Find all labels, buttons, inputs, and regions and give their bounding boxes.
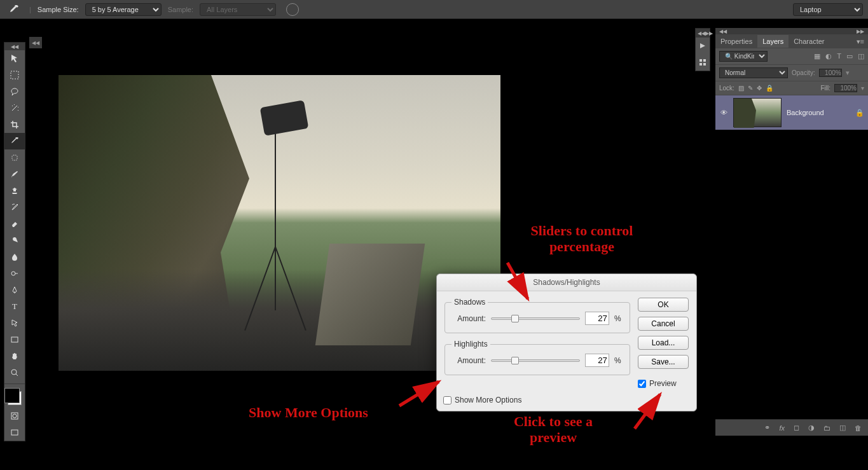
dialog-title: Shadows/Highlights bbox=[437, 274, 696, 291]
cancel-button[interactable]: Cancel bbox=[638, 317, 689, 331]
history-brush-tool[interactable] bbox=[4, 199, 25, 216]
quick-mask-icon[interactable] bbox=[4, 408, 25, 424]
options-bar: | Sample Size: 5 by 5 Average Sample: Al… bbox=[0, 0, 868, 19]
dodge-tool[interactable] bbox=[4, 265, 25, 282]
history-panel-icon[interactable] bbox=[696, 38, 710, 54]
workspace-select[interactable]: Laptop bbox=[793, 3, 863, 16]
svg-rect-9 bbox=[703, 59, 706, 62]
eraser-tool[interactable] bbox=[4, 216, 25, 232]
lock-trans-icon[interactable]: ▨ bbox=[738, 85, 744, 92]
svg-point-6 bbox=[13, 414, 17, 418]
annotation-sliders: Sliders to control percentage bbox=[509, 223, 655, 255]
pct-label: % bbox=[614, 314, 623, 323]
arrow-to-preview bbox=[630, 389, 668, 435]
fill-stepper-icon[interactable]: ▾ bbox=[861, 85, 864, 92]
opacity-input[interactable] bbox=[819, 69, 842, 77]
link-layers-icon[interactable]: ⚭ bbox=[764, 424, 770, 432]
filter-shape-icon[interactable]: ▭ bbox=[846, 52, 853, 60]
rectangle-tool[interactable] bbox=[4, 331, 25, 348]
svg-rect-11 bbox=[703, 63, 706, 66]
svg-rect-10 bbox=[699, 63, 702, 66]
fill-input[interactable] bbox=[834, 84, 857, 92]
path-selection-tool[interactable] bbox=[4, 315, 25, 331]
shadows-amount-label: Amount: bbox=[451, 314, 486, 323]
svg-rect-0 bbox=[11, 71, 18, 79]
layer-row-background[interactable]: 👁 Background 🔒 bbox=[715, 95, 868, 130]
pct-label: % bbox=[614, 356, 623, 365]
document-tab-grip[interactable]: ◀◀ bbox=[29, 37, 42, 48]
layer-thumbnail[interactable] bbox=[733, 98, 782, 127]
preview-checkbox[interactable] bbox=[638, 380, 646, 388]
canvas-image[interactable] bbox=[59, 75, 500, 371]
highlights-amount-input[interactable] bbox=[585, 354, 609, 367]
preview-label: Preview bbox=[649, 379, 677, 388]
sample-size-select[interactable]: 5 by 5 Average bbox=[85, 3, 162, 16]
svg-rect-3 bbox=[11, 337, 18, 342]
opacity-stepper-icon[interactable]: ▾ bbox=[846, 69, 850, 77]
pen-tool[interactable] bbox=[4, 282, 25, 298]
layer-effects-icon[interactable]: fx bbox=[779, 424, 785, 432]
visibility-icon[interactable]: 👁 bbox=[719, 109, 728, 116]
type-tool[interactable]: T bbox=[4, 298, 25, 315]
eyedropper-tool-icon[interactable] bbox=[5, 3, 23, 17]
tab-character[interactable]: Character bbox=[789, 35, 829, 48]
highlights-amount-label: Amount: bbox=[451, 356, 486, 365]
svg-rect-7 bbox=[11, 430, 18, 435]
lock-paint-icon[interactable]: ✎ bbox=[748, 85, 753, 92]
lock-pos-icon[interactable]: ✥ bbox=[757, 85, 762, 92]
layer-group-icon[interactable]: 🗀 bbox=[823, 424, 830, 432]
brush-tool[interactable] bbox=[4, 166, 25, 183]
new-layer-icon[interactable]: ◫ bbox=[839, 424, 846, 432]
lasso-tool[interactable] bbox=[4, 83, 25, 100]
ok-button[interactable]: OK bbox=[638, 298, 689, 312]
blend-mode-select[interactable]: Normal bbox=[719, 67, 788, 78]
hand-tool[interactable] bbox=[4, 348, 25, 364]
annotation-preview: Click to see a preview bbox=[496, 413, 610, 446]
move-tool[interactable] bbox=[4, 50, 25, 67]
save-button[interactable]: Save... bbox=[638, 355, 689, 369]
svg-point-2 bbox=[11, 272, 15, 275]
sample-select: All Layers bbox=[200, 3, 276, 16]
filter-type-icon[interactable]: T bbox=[837, 52, 841, 60]
clone-stamp-tool[interactable] bbox=[4, 183, 25, 199]
color-swatch[interactable] bbox=[8, 391, 22, 405]
filter-smart-icon[interactable]: ◫ bbox=[858, 52, 864, 60]
highlights-fieldset: Highlights Amount: % bbox=[444, 340, 630, 375]
healing-brush-tool[interactable] bbox=[4, 149, 25, 166]
panel-tabs: Properties Layers Character ▾≡ bbox=[715, 34, 868, 48]
panel-menu-icon[interactable]: ▾≡ bbox=[853, 38, 868, 46]
highlights-legend: Highlights bbox=[451, 340, 490, 349]
zoom-tool[interactable] bbox=[4, 364, 25, 381]
tab-properties[interactable]: Properties bbox=[715, 35, 757, 48]
eyedropper-tool[interactable] bbox=[4, 133, 25, 149]
sample-ring-icon[interactable] bbox=[286, 3, 299, 16]
lock-all-icon[interactable]: 🔒 bbox=[766, 85, 773, 92]
shadows-amount-slider[interactable] bbox=[491, 317, 580, 320]
layer-name[interactable]: Background bbox=[787, 109, 850, 116]
crop-tool[interactable] bbox=[4, 116, 25, 133]
delete-layer-icon[interactable]: 🗑 bbox=[855, 424, 862, 432]
tool-palette: ◀◀ T bbox=[4, 42, 25, 441]
blur-tool[interactable] bbox=[4, 249, 25, 265]
layer-filter-select[interactable]: 🔍 KindKind bbox=[719, 51, 768, 62]
collapsed-panel-strip: ◀◀▶▶ bbox=[695, 28, 710, 71]
layers-panel-footer: ⚭ fx ◻ ◑ 🗀 ◫ 🗑 bbox=[715, 419, 868, 436]
filter-pixel-icon[interactable]: ▦ bbox=[814, 52, 820, 60]
load-button[interactable]: Load... bbox=[638, 336, 689, 350]
arrow-to-show-more bbox=[394, 375, 445, 411]
shadows-amount-input[interactable] bbox=[585, 312, 609, 325]
magic-wand-tool[interactable] bbox=[4, 100, 25, 116]
adjustment-layer-icon[interactable]: ◑ bbox=[808, 424, 815, 432]
opacity-label: Opacity: bbox=[792, 69, 815, 76]
tab-layers[interactable]: Layers bbox=[757, 35, 789, 48]
layers-panel: ◀◀▶▶ Properties Layers Character ▾≡ 🔍 Ki… bbox=[715, 28, 868, 470]
screen-mode-icon[interactable] bbox=[4, 424, 25, 441]
marquee-tool[interactable] bbox=[4, 67, 25, 83]
layer-mask-icon[interactable]: ◻ bbox=[794, 424, 799, 432]
gradient-tool[interactable] bbox=[4, 232, 25, 249]
lock-label: Lock: bbox=[719, 85, 734, 92]
palette-grip[interactable]: ◀◀ bbox=[4, 43, 25, 50]
actions-panel-icon[interactable] bbox=[696, 54, 710, 71]
filter-adjust-icon[interactable]: ◐ bbox=[825, 52, 832, 60]
highlights-amount-slider[interactable] bbox=[491, 359, 580, 362]
